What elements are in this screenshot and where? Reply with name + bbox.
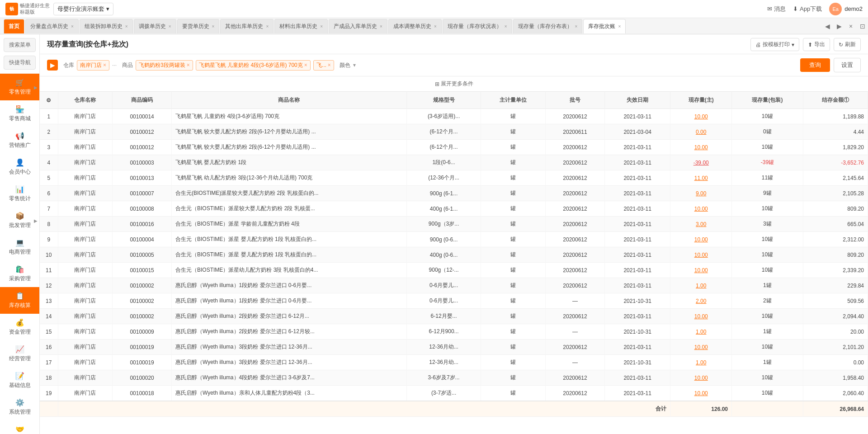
warehouse-tag-remove[interactable]: × [103, 62, 106, 68]
tab-close-icon[interactable]: × [266, 24, 269, 29]
message-btn[interactable]: ✉ 消息 [767, 5, 786, 13]
cell-qty-main[interactable]: 10.00 [670, 201, 732, 217]
sidebar-item-marketing[interactable]: 📢 营销推广 [0, 127, 39, 154]
tab-home[interactable]: 首页 [4, 19, 24, 33]
cell-qty-main[interactable]: 10.00 [670, 140, 732, 155]
cell-warehouse: 南岸门店 [58, 309, 113, 324]
tab-close-icon[interactable]: × [434, 24, 437, 29]
cell-qty-main[interactable]: 10.00 [670, 232, 732, 247]
print-btn[interactable]: 🖨 按模板打印 ▾ [750, 38, 799, 51]
cell-qty-main[interactable]: 10.00 [670, 309, 732, 324]
tab-product-in[interactable]: 产成品入库单历史 × [329, 19, 387, 33]
cell-batch: 20200612 [546, 170, 605, 186]
cell-qty-main[interactable]: 10.00 [670, 263, 732, 278]
sidebar-item-enterprise-coop[interactable]: 🤝 企业协同 [0, 420, 39, 434]
filter-more-icon[interactable]: ··· [112, 62, 117, 68]
sidebar-item-ecommerce[interactable]: 💻 电商管理 [0, 234, 39, 260]
cell-amount: 809.20 [803, 201, 868, 217]
sidebar-item-wholesale[interactable]: 📦 批发管理 ▶ [0, 207, 39, 234]
cell-qty-main[interactable]: 10.00 [670, 247, 732, 263]
cell-qty-main[interactable]: 0.00 [670, 124, 732, 140]
sidebar-item-finance[interactable]: 💰 资金管理 [0, 314, 39, 340]
export-btn[interactable]: ⬆ 导出 [803, 38, 830, 51]
tab-menu-btn[interactable]: ⊡ [857, 21, 868, 32]
tab-split-history[interactable]: 分量盘点单历史 × [25, 19, 79, 33]
sidebar-item-ops[interactable]: 📈 经营管理 [0, 340, 39, 367]
logo-text: 畅捷通好生意 标题版 [20, 3, 50, 14]
shortcut-nav-btn[interactable]: 快捷导航 [4, 56, 36, 70]
cell-spec: 900g (0-6... [407, 232, 481, 247]
tab-close-icon[interactable]: × [505, 24, 507, 29]
cell-qty-main[interactable]: 1.00 [670, 324, 732, 340]
cell-code: 00100005 [113, 247, 172, 263]
tab-next-btn[interactable]: ▶ [834, 21, 844, 32]
sidebar-item-retail[interactable]: 🛒 零售管理 ▶ [0, 74, 39, 100]
tab-transfer[interactable]: 调拨单历史 × [134, 19, 176, 33]
cell-qty-main[interactable]: 10.00 [670, 386, 732, 401]
cell-qty-main[interactable]: 11.00 [670, 170, 732, 186]
cell-spec: 3-6岁及7岁... [407, 370, 481, 386]
enterprise-selector[interactable]: 母婴行业演示账套 ▾ [53, 3, 113, 15]
refresh-btn[interactable]: ↻ 刷新 [834, 38, 861, 51]
goods-tag-3-remove[interactable]: × [328, 62, 331, 68]
search-menu-btn[interactable]: 搜索菜单 [4, 38, 36, 52]
search-btn[interactable]: 查询 [800, 58, 830, 72]
cell-code: 00100013 [113, 170, 172, 186]
download-btn[interactable]: ⬇ App下载 [793, 5, 822, 13]
sidebar-item-member[interactable]: 👤 会员中心 [0, 154, 39, 180]
sidebar-item-basic[interactable]: 📝 基础信息 [0, 367, 39, 394]
tab-batch-voucher[interactable]: 库存批次账 × [583, 19, 626, 33]
cell-qty-main[interactable]: 10.00 [670, 340, 732, 355]
sidebar-item-purchase[interactable]: 🛍️ 采购管理 [0, 260, 39, 287]
col-spec: 规格型号 [407, 92, 481, 109]
tab-other-out[interactable]: 其他出库单历史 × [220, 19, 274, 33]
tab-prev-btn[interactable]: ◀ [822, 21, 833, 32]
sidebar-item-system[interactable]: ⚙️ 系统管理 [0, 394, 39, 420]
tab-close-icon[interactable]: × [320, 24, 323, 29]
goods-tag-1-remove[interactable]: × [187, 62, 190, 68]
cell-qty-main[interactable]: 3.00 [670, 217, 732, 232]
tab-close-icon[interactable]: × [380, 24, 382, 29]
tab-close-icon[interactable]: × [618, 24, 621, 29]
cell-qty-main[interactable]: 9.00 [670, 186, 732, 201]
goods-tag-3[interactable]: 飞... × [313, 60, 334, 71]
cell-qty-pkg: 10罐 [732, 263, 803, 278]
expand-more-btn[interactable]: ⊞ 展开更多条件 [40, 78, 868, 90]
sidebar-item-inventory[interactable]: 📋 库存核算 [0, 287, 39, 314]
chevron-down-icon: ▾ [106, 5, 109, 12]
cell-qty-main[interactable]: 1.00 [670, 355, 732, 370]
tab-inventory-status[interactable]: 现存量（库存状况表） × [443, 19, 512, 33]
cell-qty-main[interactable]: -39.00 [670, 155, 732, 170]
cell-qty-main[interactable]: 2.00 [670, 293, 732, 309]
cell-qty-main[interactable]: 10.00 [670, 109, 732, 124]
goods-tag-2-remove[interactable]: × [304, 62, 307, 68]
goods-tag-1[interactable]: 飞鹤奶粉3段两罐装 × [136, 60, 193, 71]
setting-btn[interactable]: 设置 [834, 58, 861, 72]
tab-close-icon[interactable]: × [212, 24, 215, 29]
filter-expand-btn[interactable]: ▶ [47, 60, 58, 71]
color-dropdown-icon[interactable]: ▾ [353, 62, 356, 68]
cell-batch: 20200612 [546, 370, 605, 386]
tab-cost-adjust[interactable]: 成本调整单历史 × [388, 19, 442, 33]
sidebar-item-retail-stats[interactable]: 📊 零售统计 [0, 180, 39, 207]
row-index: 17 [40, 355, 58, 370]
tab-requisition[interactable]: 要货单历史 × [177, 19, 220, 33]
tab-close-icon[interactable]: × [575, 24, 578, 29]
tab-inventory-dist[interactable]: 现存量（库存分布表） × [513, 19, 583, 33]
tab-material-out[interactable]: 材料出库单历史 × [274, 19, 328, 33]
cell-name: 惠氏启醇（Wyeth illuma）1段奶粉 爱尔兰进口 0-6月婴... [171, 278, 406, 293]
warehouse-tag[interactable]: 南岸门店 × [77, 60, 109, 71]
cell-qty-main[interactable]: 10.00 [670, 370, 732, 386]
row-index: 12 [40, 278, 58, 293]
cell-spec: 0-6月婴儿... [407, 293, 481, 309]
tab-close-icon[interactable]: × [71, 24, 74, 29]
sidebar-item-retail-store[interactable]: 🏪 零售商城 [0, 100, 39, 127]
cell-code: 00100020 [113, 370, 172, 386]
cell-code: 00100003 [113, 155, 172, 170]
goods-tag-2[interactable]: 飞鹤星飞帆 儿童奶粉 4段(3-6岁适用) 700克 × [196, 60, 311, 71]
tab-disassemble[interactable]: 组装拆卸单历史 × [80, 19, 133, 33]
tab-close-current-btn[interactable]: × [845, 21, 856, 32]
tab-close-icon[interactable]: × [125, 24, 128, 29]
cell-qty-main[interactable]: 1.00 [670, 278, 732, 293]
tab-close-icon[interactable]: × [169, 24, 171, 29]
